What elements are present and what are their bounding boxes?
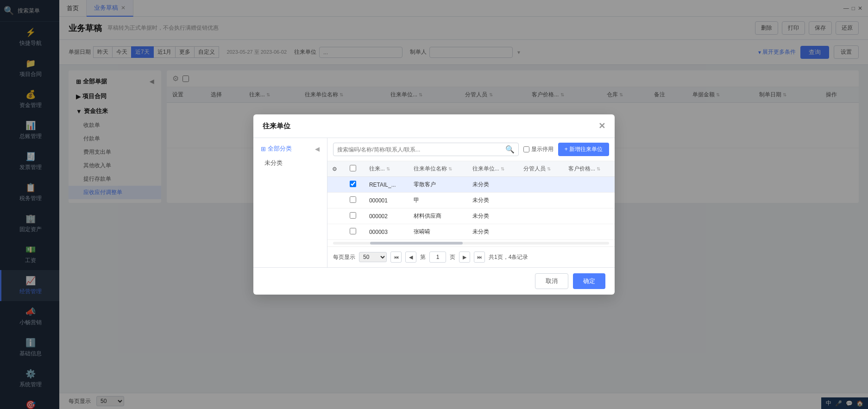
row-code: 000002 (365, 208, 409, 224)
row-checkbox[interactable] (350, 212, 356, 219)
row-manager (519, 193, 564, 208)
pagination-total: 共1页，4条记录 (489, 253, 528, 261)
row-check[interactable] (345, 224, 365, 240)
modal-overlay: 往来单位 ✕ ⊞ 全部分类 ◀ 未分类 🔍 (0, 0, 868, 409)
row-price (564, 177, 615, 193)
modal-table-row[interactable]: RETAIL_... 零散客户 未分类 (327, 177, 615, 193)
row-settings (327, 177, 345, 193)
page-number-input[interactable] (429, 252, 446, 263)
per-page-label: 每页显示 (333, 253, 355, 261)
row-name: 材料供应商 (409, 208, 468, 224)
page-first-button[interactable]: ⏮ (390, 252, 402, 263)
search-icon[interactable]: 🔍 (505, 145, 515, 154)
modal-body: ⊞ 全部分类 ◀ 未分类 🔍 显示停用 (253, 138, 615, 267)
modal-confirm-button[interactable]: 确定 (573, 273, 605, 289)
page-last-button[interactable]: ⏭ (474, 252, 485, 263)
modal-col-name[interactable]: 往来单位名称 ⇅ (409, 161, 468, 177)
row-settings (327, 224, 345, 240)
modal-col-price[interactable]: 客户价格... ⇅ (564, 161, 615, 177)
modal-show-disabled: 显示停用 (523, 145, 554, 153)
row-checkbox[interactable] (350, 181, 356, 187)
modal-title: 往来单位 (263, 122, 290, 131)
modal-table-row[interactable]: 000001 甲 未分类 (327, 193, 615, 208)
show-disabled-checkbox[interactable] (523, 146, 529, 152)
grid-icon-modal: ⊞ (261, 145, 266, 152)
modal-footer: 取消 确定 (253, 267, 615, 295)
row-category: 未分类 (468, 224, 519, 240)
page-prev-button[interactable]: ◀ (405, 252, 416, 263)
modal-category-unclassified[interactable]: 未分类 (253, 156, 327, 170)
modal-search-box: 🔍 (333, 143, 519, 156)
row-manager (519, 224, 564, 240)
modal-table: ⚙ 往来... ⇅ 往来单位名称 ⇅ 往来单位... ⇅ 分管人员 ⇅ 客户价格… (327, 161, 615, 240)
row-settings (327, 208, 345, 224)
row-manager (519, 177, 564, 193)
row-checkbox[interactable] (350, 228, 356, 234)
row-code: 000001 (365, 193, 409, 208)
row-name: 零散客户 (409, 177, 468, 193)
modal-table-row[interactable]: 000002 材料供应商 未分类 (327, 208, 615, 224)
show-disabled-label: 显示停用 (531, 145, 554, 153)
row-price (564, 208, 615, 224)
modal-scrollbar[interactable] (333, 242, 609, 245)
modal-col-check (345, 161, 365, 177)
row-check[interactable] (345, 208, 365, 224)
row-price (564, 193, 615, 208)
modal-dialog: 往来单位 ✕ ⊞ 全部分类 ◀ 未分类 🔍 (253, 114, 615, 295)
modal-toolbar: 🔍 显示停用 + 新增往来单位 (327, 138, 615, 161)
row-settings (327, 193, 345, 208)
modal-search-input[interactable] (337, 146, 503, 153)
modal-category-label: 全部分类 (268, 145, 292, 153)
row-check[interactable] (345, 193, 365, 208)
add-counterpart-button[interactable]: + 新增往来单位 (558, 143, 609, 156)
row-name: 甲 (409, 193, 468, 208)
row-price (564, 224, 615, 240)
row-code: 000003 (365, 224, 409, 240)
modal-left-panel: ⊞ 全部分类 ◀ 未分类 (253, 138, 327, 267)
modal-col-settings: ⚙ (327, 161, 345, 177)
modal-col-code[interactable]: 往来... ⇅ (365, 161, 409, 177)
row-category: 未分类 (468, 208, 519, 224)
modal-pagination: 每页显示 50 100 ⏮ ◀ 第 页 ▶ ⏭ 共1页，4条记录 (327, 246, 615, 267)
gear-icon-modal[interactable]: ⚙ (332, 166, 337, 172)
modal-table-row[interactable]: 000003 张嗬嗬 未分类 (327, 224, 615, 240)
row-check[interactable] (345, 177, 365, 193)
modal-col-category[interactable]: 往来单位... ⇅ (468, 161, 519, 177)
modal-per-page-select[interactable]: 50 100 (359, 252, 387, 262)
collapse-modal-icon[interactable]: ◀ (315, 145, 320, 152)
modal-category-title[interactable]: ⊞ 全部分类 ◀ (253, 142, 327, 156)
modal-scrollbar-thumb[interactable] (370, 242, 463, 245)
modal-close-button[interactable]: ✕ (598, 121, 605, 131)
modal-table-area: ⚙ 往来... ⇅ 往来单位名称 ⇅ 往来单位... ⇅ 分管人员 ⇅ 客户价格… (327, 161, 615, 240)
modal-right-panel: 🔍 显示停用 + 新增往来单位 ⚙ (327, 138, 615, 267)
row-code: RETAIL_... (365, 177, 409, 193)
modal-select-all[interactable] (350, 165, 356, 171)
page-label: 第 (420, 253, 426, 261)
page-next-button[interactable]: ▶ (459, 252, 470, 263)
row-manager (519, 208, 564, 224)
page-suffix: 页 (450, 253, 455, 261)
modal-cancel-button[interactable]: 取消 (535, 273, 568, 289)
row-checkbox[interactable] (350, 196, 356, 203)
row-category: 未分类 (468, 177, 519, 193)
row-category: 未分类 (468, 193, 519, 208)
modal-header: 往来单位 ✕ (253, 114, 615, 138)
row-name: 张嗬嗬 (409, 224, 468, 240)
modal-col-manager[interactable]: 分管人员 ⇅ (519, 161, 564, 177)
